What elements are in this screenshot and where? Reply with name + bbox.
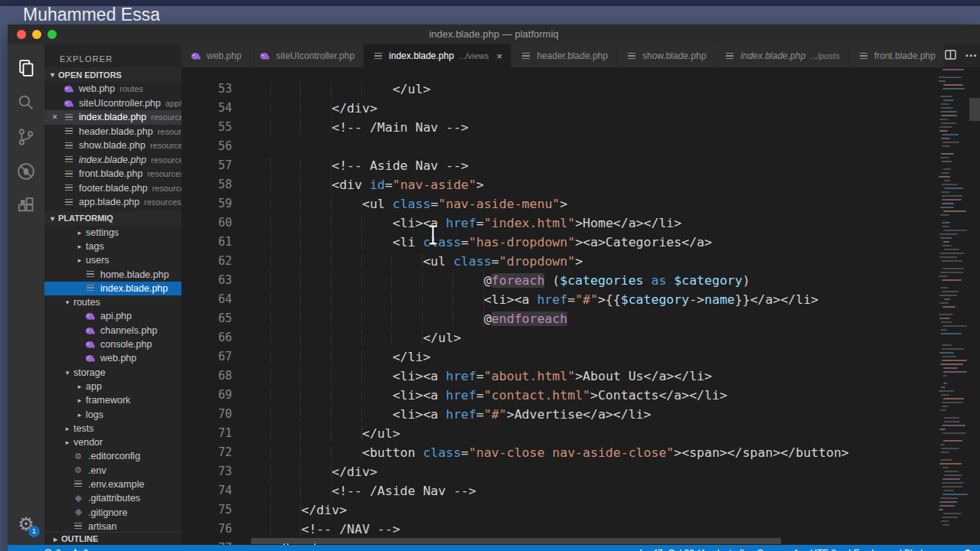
tree-item-logs[interactable]: ▸logs: [44, 407, 181, 421]
token: ->: [689, 292, 704, 307]
activity-source-control-icon[interactable]: [8, 119, 44, 154]
tree-item-settings[interactable]: ▸settings: [44, 226, 181, 240]
status-bar: 00 Ln 47, Col 30 (4 selected)Spaces: 4UT…: [8, 545, 980, 551]
open-editor-item[interactable]: index.blade.phpresource...: [44, 153, 181, 168]
maximize-window-button[interactable]: [47, 30, 57, 39]
notifications-bell-icon[interactable]: [963, 549, 972, 551]
tree-item-app[interactable]: ▸app: [44, 380, 181, 393]
outline-section-header[interactable]: ▸ OUTLINE: [44, 532, 181, 545]
settings-gear-icon[interactable]: ⚙1: [18, 514, 34, 534]
split-editor-icon[interactable]: [945, 49, 956, 63]
open-editor-item[interactable]: front.blade.phpresources...: [44, 167, 181, 181]
token: }}</a></li>: [735, 292, 818, 307]
code-line-text: <ul class="nav-aside-menu">: [240, 194, 567, 214]
token: =: [461, 445, 469, 460]
settings-badge: 1: [28, 526, 40, 537]
token: <li><a: [393, 407, 446, 422]
title-bar[interactable]: index.blade.php — platformiq: [8, 24, 980, 44]
open-editors-header[interactable]: ▾ OPEN EDITORS: [44, 67, 181, 82]
minimap-line: [944, 474, 962, 476]
tree-item-framework[interactable]: ▸framework: [44, 393, 181, 407]
code-line-text: @endforeach: [240, 309, 567, 328]
status-item-1[interactable]: Spaces: 4: [757, 548, 798, 551]
minimap-line: [944, 249, 960, 250]
horizontal-scrollbar[interactable]: [251, 538, 781, 544]
tree-item-users[interactable]: ▸users: [44, 253, 181, 267]
close-editor-icon[interactable]: ×: [52, 112, 63, 122]
status-item-3[interactable]: LF: [848, 548, 859, 551]
close-window-button[interactable]: [17, 30, 26, 39]
activity-extensions-icon[interactable]: [8, 188, 44, 223]
text-cursor-pointer: [427, 225, 439, 245]
open-editor-item[interactable]: app.blade.phpresources/...: [44, 195, 181, 210]
tree-item--editorconfig[interactable]: ⚙.editorconfig: [44, 449, 181, 463]
tree-item-tests[interactable]: ▸tests: [44, 422, 181, 435]
activity-search-icon[interactable]: [8, 85, 44, 119]
open-editor-path: resource...: [152, 184, 181, 193]
tab-header-blade-php[interactable]: header.blade.php: [511, 44, 617, 67]
indent-guides: [240, 522, 301, 536]
tree-item--gitattributes[interactable]: .gitattributes: [44, 491, 181, 505]
tab-index-blade-php[interactable]: index.blade.php.../views×: [364, 44, 511, 67]
tree-item-tags[interactable]: ▸tags: [44, 240, 181, 253]
activity-explorer-icon[interactable]: [8, 51, 44, 85]
activity-debug-icon[interactable]: [8, 154, 44, 188]
minimap-line: [942, 360, 967, 361]
minimap-line: [942, 478, 960, 480]
minimap-line: [942, 142, 960, 143]
status-item-2[interactable]: UTF-8: [810, 548, 836, 551]
tree-item-index-blade-php[interactable]: index.blade.php: [44, 282, 181, 295]
open-editor-item[interactable]: footer.blade.phpresource...: [44, 181, 181, 196]
tree-item-home-blade-php[interactable]: home.blade.php: [44, 267, 181, 281]
tab-show-blade-php[interactable]: show.blade.php: [617, 44, 715, 67]
tree-item-console-php[interactable]: console.php: [44, 337, 181, 351]
status-item-4[interactable]: Laravel Blade: [871, 548, 927, 551]
tree-item-vendor[interactable]: ▸vendor: [44, 435, 181, 449]
tab-label: front.blade.php: [874, 51, 936, 61]
minimap[interactable]: [936, 46, 969, 536]
close-tab-icon[interactable]: ×: [497, 51, 503, 62]
minimap-line: [940, 329, 947, 331]
more-actions-icon[interactable]: ···: [965, 49, 978, 63]
minimap-line: [940, 107, 953, 109]
project-header[interactable]: ▾ PLATFORMIQ: [44, 211, 181, 226]
tree-item-api-php[interactable]: api.php: [44, 309, 181, 323]
tab-index-blade-php[interactable]: index.blade.php.../posts: [715, 44, 848, 67]
tree-item--env[interactable]: ⚙.env: [44, 464, 181, 478]
line-number: 66: [181, 328, 240, 347]
indent-guides: [240, 101, 332, 116]
tab-front-blade-php[interactable]: front.blade.php: [849, 44, 945, 67]
token: href: [446, 388, 476, 403]
minimap-line: [942, 222, 951, 223]
open-editor-item[interactable]: ×index.blade.phpresource...: [44, 110, 181, 125]
tree-item-storage[interactable]: ▾storage: [44, 365, 181, 379]
code-line: 71 </ul>: [181, 424, 936, 443]
tree-item-web-php[interactable]: web.php: [44, 351, 181, 365]
blade-file-icon: [63, 199, 75, 206]
tree-item-routes[interactable]: ▾routes: [44, 295, 181, 309]
code-area[interactable]: 53 </ul>54 </div>55 <!-- /Main Nav -->56…: [181, 80, 936, 545]
minimap-line: [944, 298, 950, 300]
token: <li: [393, 235, 423, 249]
minimap-line: [942, 348, 964, 350]
status-errors[interactable]: 0: [44, 548, 61, 551]
tree-item--env-example[interactable]: .env.example: [44, 478, 181, 491]
tab-siteUIcontroller-php[interactable]: siteUIcontroller.php: [250, 44, 364, 67]
token: <!-- Aside Nav -->: [332, 158, 469, 173]
feedback-smiley-icon[interactable]: ☺: [940, 547, 951, 551]
open-editor-item[interactable]: header.blade.phpresourc...: [44, 125, 181, 139]
open-editor-item[interactable]: web.phproutes: [44, 82, 181, 96]
vertical-scrollbar[interactable]: [969, 98, 980, 121]
presenter-name-overlay: Muhammed Essa: [23, 5, 160, 25]
status-item-0[interactable]: Ln 47, Col 30 (4 selected): [640, 548, 745, 551]
tab-web-php[interactable]: web.php: [181, 44, 250, 67]
minimize-window-button[interactable]: [32, 30, 41, 39]
minimap-line: [940, 111, 957, 112]
indent-guides: [240, 216, 393, 230]
status-warnings[interactable]: 0: [70, 548, 89, 551]
open-editor-item[interactable]: siteUIcontroller.phpapp/...: [44, 96, 181, 111]
open-editor-item[interactable]: show.blade.phpresource...: [44, 139, 181, 153]
tree-item--gitignore[interactable]: .gitignore: [44, 505, 181, 519]
tree-item-channels-php[interactable]: channels.php: [44, 324, 181, 337]
blade-file-icon: [84, 271, 96, 278]
